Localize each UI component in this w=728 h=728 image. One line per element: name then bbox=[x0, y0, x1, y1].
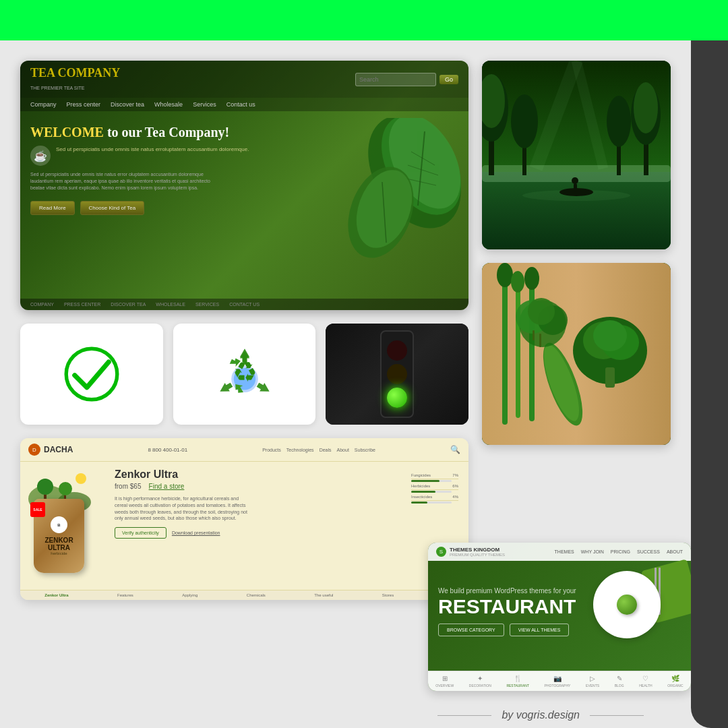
rest-tab-overview[interactable]: ⊞ OVERVIEW bbox=[435, 675, 454, 688]
tea-nav-wholesale[interactable]: Wholesale bbox=[154, 101, 183, 108]
restaurant-label: RESTAURANT bbox=[506, 684, 529, 688]
recycle-icon: ♻ bbox=[214, 344, 275, 404]
tea-choose-kind-button[interactable]: Choose Kind of Tea bbox=[80, 201, 145, 215]
decoration-icon: ✦ bbox=[477, 675, 483, 682]
red-sticker: SALE bbox=[30, 502, 45, 517]
plate bbox=[593, 571, 661, 638]
dacha-tab-chemicals[interactable]: Chemicals bbox=[247, 593, 266, 597]
tea-footer-wholesale[interactable]: WHOLESALE bbox=[156, 302, 185, 307]
svg-text:♻: ♻ bbox=[232, 357, 257, 388]
rest-tab-decoration[interactable]: ✦ DECORATION bbox=[469, 675, 491, 688]
tea-footer-press[interactable]: PRESS CENTER bbox=[64, 302, 100, 307]
tea-header: TEA COMPANY THE PREMIER TEA SITE Go bbox=[20, 61, 468, 98]
rest-tab-restaurant[interactable]: 🍴 RESTAURANT bbox=[506, 675, 529, 688]
tea-read-more-button[interactable]: Read More bbox=[30, 201, 75, 215]
dacha-nav-products[interactable]: Products bbox=[262, 448, 281, 452]
dacha-bar-1 bbox=[411, 480, 452, 482]
events-label: EVENTS bbox=[586, 684, 599, 688]
tea-go-button[interactable]: Go bbox=[439, 75, 458, 84]
tea-nav-press[interactable]: Press center bbox=[67, 101, 101, 108]
zenkor-price-value: from $65 bbox=[115, 483, 141, 490]
dacha-logo-text: DACHA bbox=[44, 445, 73, 454]
dacha-header: D DACHA 8 800 400-01-01 Products Technol… bbox=[20, 438, 468, 462]
dacha-nav-subscribe[interactable]: Subscribe bbox=[355, 448, 375, 452]
decoration-label: DECORATION bbox=[469, 684, 491, 688]
restaurant-browse-button[interactable]: BROWSE CATEGORY bbox=[438, 624, 504, 636]
top-bar bbox=[0, 0, 728, 40]
nature-image bbox=[482, 61, 671, 249]
dacha-left: B ZENKORULTRA herbicide SALE bbox=[27, 468, 108, 576]
blog-icon: ✎ bbox=[617, 675, 622, 682]
dacha-right: Zenkor Ultra from $65 Find a store It is… bbox=[115, 468, 401, 576]
dacha-footer-tabs: Zenkor Ultra Features Applying Chemicals… bbox=[20, 590, 468, 600]
dacha-tab-stores[interactable]: Stores bbox=[382, 593, 394, 597]
tea-logo-text: TEA COMPANY bbox=[30, 66, 120, 80]
rest-nav-pricing[interactable]: PRICING bbox=[611, 549, 630, 554]
left-column: TEA COMPANY THE PREMIER TEA SITE Go Comp… bbox=[20, 61, 468, 627]
overview-label: OVERVIEW bbox=[435, 684, 454, 688]
dacha-sidebar-item-1: Fungicides7% bbox=[411, 472, 458, 479]
zenkor-download-button[interactable]: Download presentation bbox=[172, 527, 220, 539]
health-icon: ♡ bbox=[642, 675, 648, 682]
rest-tab-photo[interactable]: 📷 PHOTOGRAPHY bbox=[545, 675, 571, 688]
traffic-light-housing bbox=[380, 330, 414, 418]
zenkor-price: from $65 Find a store bbox=[115, 483, 401, 490]
tea-nav-company[interactable]: Company bbox=[30, 101, 57, 108]
tea-website-card: TEA COMPANY THE PREMIER TEA SITE Go Comp… bbox=[20, 61, 468, 310]
dacha-nav-deals[interactable]: Deals bbox=[320, 448, 332, 452]
attr-line-left bbox=[437, 715, 491, 716]
tea-footer-services[interactable]: SERVICES bbox=[195, 302, 219, 307]
zenkor-title: Zenkor Ultra bbox=[115, 468, 401, 481]
dacha-nav-technologies[interactable]: Technologies bbox=[286, 448, 314, 452]
dacha-tab-applying[interactable]: Applying bbox=[182, 593, 198, 597]
tea-search-input[interactable] bbox=[355, 73, 436, 86]
zenkor-bag-logo: B bbox=[51, 516, 67, 533]
nature-scene bbox=[482, 61, 671, 249]
rest-tab-organic[interactable]: 🌿 ORGANIC bbox=[667, 675, 683, 688]
dacha-logo: D DACHA bbox=[28, 444, 73, 456]
tea-nav-services[interactable]: Services bbox=[193, 101, 216, 108]
rest-tab-blog[interactable]: ✎ BLOG bbox=[615, 675, 624, 688]
rest-nav-success[interactable]: SUCCESS bbox=[637, 549, 660, 554]
restaurant-view-button[interactable]: VIEW ALL THEMES bbox=[510, 624, 570, 636]
attribution: by vogris.design bbox=[437, 709, 644, 721]
traffic-light-image bbox=[326, 324, 468, 425]
rest-logo-tagline: PREMIUM QUALITY THEMES bbox=[450, 553, 505, 557]
svg-point-49 bbox=[511, 271, 524, 293]
tea-nav-discover[interactable]: Discover tea bbox=[111, 101, 144, 108]
dacha-nav-about[interactable]: About bbox=[337, 448, 349, 452]
tea-footer-discover[interactable]: DISCOVER TEA bbox=[111, 302, 146, 307]
attr-line-right bbox=[590, 715, 644, 716]
attribution-text: by vogris.design bbox=[502, 709, 580, 721]
dacha-search-icon[interactable]: 🔍 bbox=[450, 445, 460, 454]
dacha-sidebar-item-3: Insecticides4% bbox=[411, 493, 458, 501]
rest-nav-about[interactable]: ABOUT bbox=[667, 549, 683, 554]
dacha-tab-features[interactable]: Features bbox=[117, 593, 133, 597]
rest-nav-why[interactable]: WHY JOIN bbox=[581, 549, 604, 554]
forest-svg bbox=[482, 61, 671, 249]
dacha-bar-3 bbox=[411, 502, 452, 504]
restaurant-image bbox=[593, 571, 681, 652]
zenkor-bag-sub: herbicide bbox=[51, 551, 67, 555]
svg-rect-58 bbox=[539, 334, 541, 347]
rest-tab-health[interactable]: ♡ HEALTH bbox=[639, 675, 652, 688]
photo-icon: 📷 bbox=[553, 675, 562, 682]
vegetables-svg bbox=[482, 263, 671, 445]
tea-nav: Company Press center Discover tea Wholes… bbox=[20, 98, 468, 111]
recycle-card: ♻ bbox=[173, 324, 316, 425]
svg-rect-48 bbox=[516, 283, 520, 418]
traffic-light-card bbox=[326, 324, 468, 425]
traffic-dot-green bbox=[387, 388, 407, 408]
svg-point-47 bbox=[497, 263, 513, 287]
zenkor-find-store[interactable]: Find a store bbox=[149, 483, 185, 490]
svg-point-37 bbox=[572, 177, 578, 184]
tea-nav-contact[interactable]: Contact us bbox=[226, 101, 255, 108]
tea-footer-contact[interactable]: CONTACT US bbox=[229, 302, 260, 307]
dacha-tab-zenkor[interactable]: Zenkor Ultra bbox=[44, 593, 68, 597]
dacha-tab-useful[interactable]: The useful bbox=[314, 593, 333, 597]
rest-nav-themes[interactable]: THEMES bbox=[555, 549, 574, 554]
rest-tab-events[interactable]: ▷ EVENTS bbox=[586, 675, 599, 688]
zenkor-verify-button[interactable]: Verify authenticity bbox=[115, 527, 166, 539]
tea-footer-company[interactable]: COMPANY bbox=[30, 302, 54, 307]
svg-point-19 bbox=[59, 482, 72, 495]
